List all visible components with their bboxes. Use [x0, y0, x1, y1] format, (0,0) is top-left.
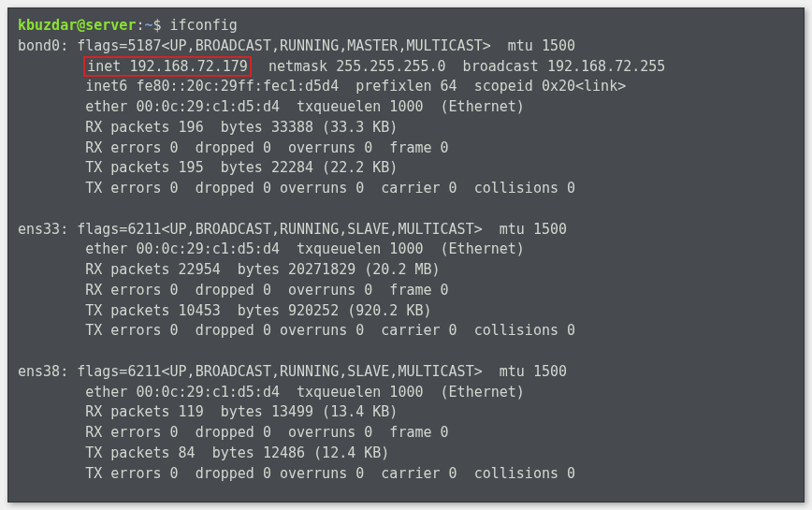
prompt-sep: $: [153, 17, 170, 34]
command-input[interactable]: ifconfig: [170, 17, 238, 34]
bond0-rx-errors: RX errors 0 dropped 0 overruns 0 frame 0: [18, 139, 449, 156]
ens33-tx-packets: TX packets 10453 bytes 920252 (920.2 KB): [18, 302, 432, 319]
terminal-window[interactable]: kbuzdar@server:~$ ifconfig bond0: flags=…: [7, 7, 805, 503]
bond0-inet-rest: netmask 255.255.255.0 broadcast 192.168.…: [252, 58, 666, 75]
prompt-at: @: [77, 17, 85, 34]
bond0-tx-packets: TX packets 195 bytes 22284 (22.2 KB): [18, 159, 398, 176]
ens38-tx-packets: TX packets 84 bytes 12486 (12.4 KB): [18, 444, 389, 461]
ens33-rx-errors: RX errors 0 dropped 0 overruns 0 frame 0: [18, 282, 449, 299]
ens38-rx-packets: RX packets 119 bytes 13499 (13.4 KB): [18, 403, 398, 420]
bond0-inet-highlight: inet 192.168.72.179: [83, 56, 252, 77]
ens38-rx-errors: RX errors 0 dropped 0 overruns 0 frame 0: [18, 424, 449, 441]
ens33-rx-packets: RX packets 22954 bytes 20271829 (20.2 MB…: [18, 261, 441, 278]
ens33-header: ens33: flags=6211<UP,BROADCAST,RUNNING,S…: [18, 221, 567, 238]
bond0-tx-errors: TX errors 0 dropped 0 overruns 0 carrier…: [18, 180, 575, 197]
prompt-path: ~: [144, 17, 152, 34]
ens38-header: ens38: flags=6211<UP,BROADCAST,RUNNING,S…: [18, 363, 567, 380]
prompt-user: kbuzdar: [18, 17, 77, 34]
bond0-ether: ether 00:0c:29:c1:d5:d4 txqueuelen 1000 …: [18, 98, 525, 115]
prompt-host: server: [85, 17, 136, 34]
ens33-ether: ether 00:0c:29:c1:d5:d4 txqueuelen 1000 …: [18, 240, 525, 257]
bond0-rx-packets: RX packets 196 bytes 33388 (33.3 KB): [18, 119, 398, 136]
bond0-inet6: inet6 fe80::20c:29ff:fec1:d5d4 prefixlen…: [18, 78, 626, 95]
ens38-ether: ether 00:0c:29:c1:d5:d4 txqueuelen 1000 …: [18, 384, 525, 401]
ens38-tx-errors: TX errors 0 dropped 0 overruns 0 carrier…: [18, 465, 575, 482]
indent: [18, 58, 85, 75]
bond0-header: bond0: flags=5187<UP,BROADCAST,RUNNING,M…: [18, 37, 575, 54]
ens33-tx-errors: TX errors 0 dropped 0 overruns 0 carrier…: [18, 322, 575, 339]
